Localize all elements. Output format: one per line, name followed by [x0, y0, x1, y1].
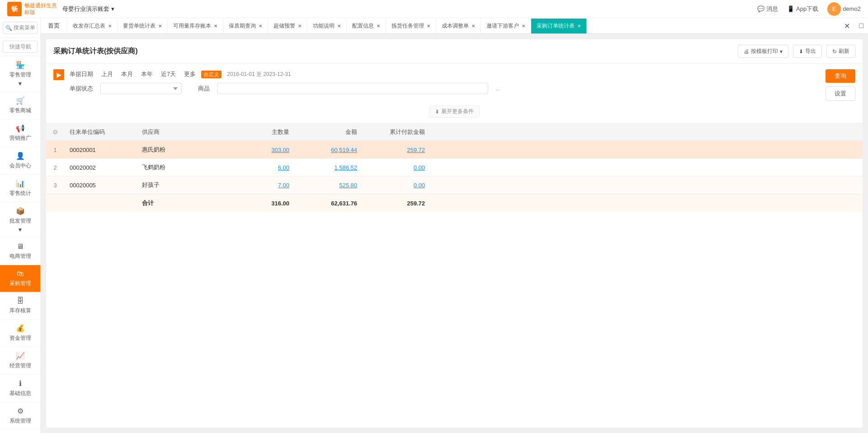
workspace-dropdown-icon: ▾ — [111, 5, 114, 12]
settings-icon[interactable]: ⚙ — [52, 128, 58, 136]
table-row: 2 00020002 飞鹤奶粉 6.00 1,586.52 0.00 — [46, 159, 863, 176]
tab-function-desc[interactable]: 功能说明 ✕ — [307, 19, 347, 33]
table-body: 1 00020001 惠氏奶粉 303.00 60,519.44 259.72 … — [46, 141, 863, 195]
row-qty[interactable]: 303.00 — [227, 141, 295, 159]
sidebar-item-basic-info[interactable]: ℹ 基础信息 — [0, 375, 40, 402]
tab-close-purchase-stats[interactable]: ✕ — [577, 24, 581, 29]
row-qty[interactable]: 7.00 — [227, 176, 295, 195]
app-download-btn[interactable]: 📱 App下载 — [787, 5, 818, 13]
maximize-btn[interactable]: □ — [854, 19, 868, 33]
logo-icon: 畅 — [7, 2, 22, 16]
sidebar-item-purchase[interactable]: 🛍 采购管理 — [0, 265, 40, 292]
footer-paid: 259.72 — [363, 194, 430, 212]
tab-close-pick[interactable]: ✕ — [427, 24, 430, 29]
shortcut-more[interactable]: 更多 — [181, 69, 198, 79]
refresh-icon: ↻ — [832, 48, 837, 55]
filter-date-row: 单据日期 上月 本月 本年 近7天 更多 自定义 2016-01-01 至 20… — [70, 69, 820, 79]
shortcut-this-year[interactable]: 本年 — [138, 69, 156, 79]
sidebar-item-ecommerce[interactable]: 🖥 电商管理 — [0, 238, 40, 265]
close-all-tabs-btn[interactable]: ✕ — [840, 19, 854, 33]
sidebar-item-member-center[interactable]: 👤 会员中心 — [0, 147, 40, 175]
sidebar-item-inventory[interactable]: 🗄 库存核算 — [0, 292, 40, 319]
marketing-icon: 📢 — [16, 124, 25, 133]
sidebar-item-retail-manage[interactable]: 🏪 零售管理 ▼ — [0, 56, 40, 92]
goods-label: 商品 — [198, 85, 210, 93]
sidebar-search-area: 🔍 搜索菜单 — [0, 18, 40, 38]
table-area: ⚙ 往来单位编码 供应商 主数量 金额 累计付款金额 — [46, 124, 863, 217]
more-filter-btn[interactable]: ... — [495, 86, 500, 92]
workspace-selector[interactable]: 母婴行业演示账套 ▾ — [62, 5, 114, 13]
quick-nav-btn[interactable]: 快捷导航 — [3, 41, 38, 53]
tab-overstock-warning[interactable]: 超储预警 ✕ — [268, 19, 307, 33]
message-btn[interactable]: 💬 消息 — [757, 5, 778, 13]
tab-warranty-query[interactable]: 保质期查询 ✕ — [223, 19, 268, 33]
page-inner: 采购订单统计表(按供应商) 🖨 按模板打印 ▾ ⬇ 导出 ↻ — [46, 39, 863, 428]
sidebar-item-wholesale[interactable]: 📦 批发管理 ▼ — [0, 202, 40, 238]
tab-close-goods-stats[interactable]: ✕ — [158, 24, 162, 29]
data-table: ⚙ 往来单位编码 供应商 主数量 金额 累计付款金额 — [46, 124, 863, 212]
sidebar-item-operations[interactable]: 📈 经营管理 — [0, 347, 40, 375]
row-no: 3 — [46, 176, 64, 195]
search-menu-btn[interactable]: 🔍 搜索菜单 — [3, 22, 38, 34]
tab-config-info[interactable]: 配置信息 ✕ — [347, 19, 386, 33]
status-select[interactable] — [100, 83, 182, 94]
row-amount[interactable]: 60,519.44 — [295, 141, 363, 159]
tab-receive-summary[interactable]: 收发存汇总表 ✕ — [67, 19, 118, 33]
sidebar-item-enterprise[interactable]: 🤝 企业协同 — [0, 430, 40, 433]
date-label: 单据日期 — [70, 70, 93, 78]
row-paid[interactable]: 0.00 — [363, 159, 430, 176]
tab-available-inventory[interactable]: 可用量库存账本 ✕ — [168, 19, 223, 33]
tab-close-receive-summary[interactable]: ✕ — [108, 24, 112, 29]
tab-close-config[interactable]: ✕ — [377, 24, 380, 29]
tab-purchase-stats[interactable]: 采购订单统计表 ✕ — [531, 19, 587, 33]
logo-area: 畅 畅捷通好生意 标版 — [7, 2, 57, 16]
export-btn[interactable]: ⬇ 导出 — [793, 45, 822, 58]
footer-label — [64, 194, 137, 212]
tab-close-cost[interactable]: ✕ — [472, 24, 475, 29]
refresh-btn[interactable]: ↻ 刷新 — [826, 45, 855, 58]
row-paid[interactable]: 259.72 — [363, 141, 430, 159]
sidebar-item-retail-stats[interactable]: 📊 零售统计 — [0, 175, 40, 202]
sidebar-item-marketing[interactable]: 📢 营销推广 — [0, 119, 40, 147]
tab-close-available-inventory[interactable]: ✕ — [214, 24, 217, 29]
goods-input[interactable] — [217, 83, 488, 94]
tab-close-overstock[interactable]: ✕ — [298, 24, 302, 29]
row-paid[interactable]: 0.00 — [363, 176, 430, 195]
template-dropdown-icon: ▾ — [780, 48, 783, 55]
row-extra — [430, 159, 863, 176]
col-settings[interactable]: ⚙ — [46, 124, 64, 141]
tab-close-function[interactable]: ✕ — [337, 24, 341, 29]
tab-close-warranty[interactable]: ✕ — [259, 24, 262, 29]
col-header-amount: 金额 — [295, 124, 363, 141]
expand-more-btn[interactable]: ⬇ 展开更多条件 — [429, 105, 480, 118]
right-actions: 查询 设置 — [826, 69, 855, 101]
tab-goods-stats[interactable]: 要货单统计表 ✕ — [118, 19, 168, 33]
tab-close-invite[interactable]: ✕ — [522, 24, 525, 29]
shortcut-7days[interactable]: 近7天 — [158, 69, 179, 79]
row-amount[interactable]: 525.80 — [295, 176, 363, 195]
row-amount[interactable]: 1,586.52 — [295, 159, 363, 176]
tab-invite-downstream[interactable]: 邀请下游客户 ✕ — [481, 19, 531, 33]
sidebar-item-system[interactable]: ⚙ 系统管理 — [0, 402, 40, 430]
search-icon: 🔍 — [5, 25, 12, 31]
logo-text: 畅捷通好生意 标版 — [24, 2, 57, 15]
sidebar-item-retail-shop[interactable]: 🛒 零售商城 — [0, 92, 40, 119]
filter-toggle-btn[interactable]: ▶ — [53, 69, 64, 80]
query-btn[interactable]: 查询 — [826, 69, 855, 83]
tab-home[interactable]: 首页 — [41, 18, 67, 33]
row-extra — [430, 141, 863, 159]
user-menu[interactable]: E demo2 — [827, 2, 861, 16]
row-no: 1 — [46, 141, 64, 159]
shortcut-last-month[interactable]: 上月 — [99, 69, 116, 79]
row-qty[interactable]: 6.00 — [227, 159, 295, 176]
tab-cost-adjust[interactable]: 成本调整单 ✕ — [436, 19, 481, 33]
settings-btn[interactable]: 设置 — [826, 86, 855, 101]
template-print-btn[interactable]: 🖨 按模板打印 ▾ — [738, 45, 788, 58]
quick-nav-area: 快捷导航 — [0, 38, 40, 56]
tab-pick-task[interactable]: 拣货任务管理 ✕ — [386, 19, 436, 33]
sidebar-item-finance[interactable]: 💰 资金管理 — [0, 319, 40, 347]
filter-area: ▶ 单据日期 上月 本月 本年 近7天 更多 — [46, 64, 863, 124]
custom-badge[interactable]: 自定义 — [201, 71, 222, 78]
shortcut-this-month[interactable]: 本月 — [118, 69, 136, 79]
download-icon: 📱 — [787, 5, 794, 12]
